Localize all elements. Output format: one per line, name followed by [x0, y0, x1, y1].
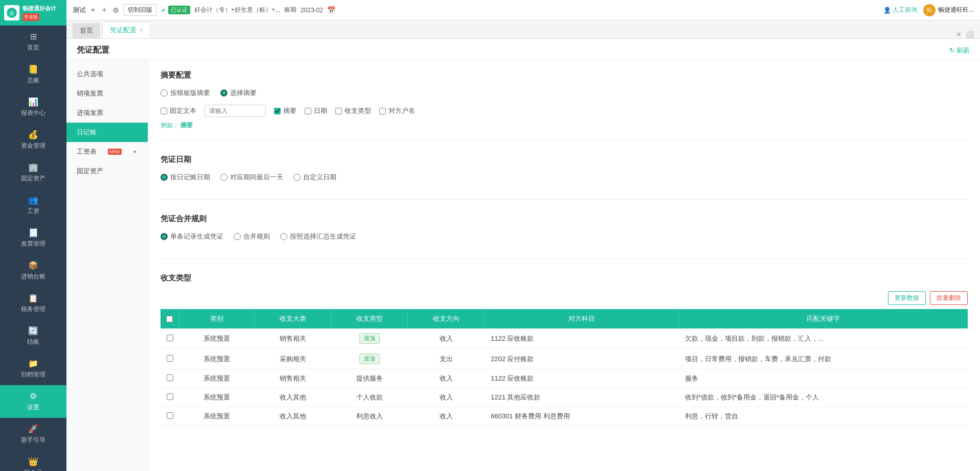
report-icon: 📊 — [28, 97, 38, 107]
example-text: 例如： 摘要 — [161, 121, 968, 130]
row-keywords: 收到*借款，收到*备用金，退回*备用金，个人 — [679, 388, 968, 407]
voucher-date-section: 凭证日期 按日记账日期 对应期间最后一天 自定义日期 — [161, 155, 968, 200]
ai-consult-link[interactable]: 👤 人工咨询 — [883, 6, 917, 14]
row-checkbox-3[interactable] — [167, 393, 173, 400]
th-direction: 收支方向 — [408, 309, 485, 328]
merge-rules-radio-group: 单条记录生成凭证 合并规则 按照选择汇总生成凭证 — [161, 232, 968, 241]
logo-text: 畅捷通好会计 专业版 — [22, 5, 56, 21]
window-close-icon[interactable]: ✕ — [956, 31, 962, 38]
sidebar-item-settings[interactable]: ⚙ 设置 — [0, 385, 66, 418]
summary-config-title: 摘要配置 — [161, 70, 968, 80]
income-expense-table: 类别 收支大类 收支类型 收支方向 对方科目 匹配关键字 系统预置 销售相关 — [161, 309, 968, 426]
row-checkbox-1[interactable] — [167, 355, 173, 362]
table-row: 系统预置 销售相关 提供服务 收入 1122 应收账款 服务 — [161, 369, 968, 388]
invoice-icon: 🧾 — [28, 228, 38, 238]
topbar-company-name: 测试 — [73, 6, 86, 15]
refresh-button[interactable]: ↻ 刷新 — [949, 46, 970, 55]
row-major: 收入其他 — [255, 388, 331, 407]
topbar-gear-icon[interactable]: ⚙ — [112, 6, 119, 14]
income-expense-section: 收支类型 更新数据 批量删除 类别 收支大类 — [161, 273, 968, 436]
checkbox-fixed-text[interactable]: 固定文本 — [161, 106, 196, 115]
th-account: 对方科目 — [485, 309, 679, 328]
left-nav-payroll[interactable]: 工资表 NEW ▼ — [66, 142, 148, 161]
sidebar-item-fund[interactable]: 💰 资金管理 — [0, 124, 66, 156]
calendar-icon[interactable]: 📅 — [327, 6, 335, 14]
sidebar-item-tax[interactable]: 📋 税务管理 — [0, 287, 66, 320]
row-category: 系统预置 — [179, 328, 255, 349]
row-checkbox-2[interactable] — [167, 374, 173, 381]
checkbox-summary[interactable]: 摘要 — [274, 106, 297, 115]
radio-select-summary[interactable]: 选择摘要 — [220, 88, 257, 98]
row-category: 系统预置 — [179, 388, 255, 407]
checkbox-counterparty[interactable]: 对方户名 — [379, 106, 415, 115]
merge-rules-section: 凭证合并规则 单条记录生成凭证 合并规则 按照选择汇总生成凭证 — [161, 214, 968, 259]
user-menu[interactable]: 旺 畅捷通旺旺... — [923, 4, 974, 16]
assets-icon: 🏢 — [28, 162, 38, 172]
table-row: 系统预置 销售相关 置顶 收入 1122 应收账款 欠款，现金，项目款，到款，报… — [161, 328, 968, 349]
ledger-icon: 📒 — [28, 64, 38, 74]
update-data-button[interactable]: 更新数据 — [888, 291, 926, 305]
row-keywords: 项目，日常费用，报销款，车费，承兑汇票，付款 — [679, 349, 968, 369]
table-action-row: 更新数据 批量删除 — [161, 291, 968, 305]
row-type: 置顶 — [331, 349, 408, 369]
radio-custom-date[interactable]: 自定义日期 — [293, 173, 336, 182]
row-account: 1122 应收账款 — [485, 328, 679, 349]
table-row: 系统预置 收入其他 个人收款 收入 1221 其他应收款 收到*借款，收到*备用… — [161, 388, 968, 407]
sidebar: 会 畅捷通好会计 专业版 ⊞ 首页 📒 总账 📊 报表中心 💰 资金管理 🏢 固… — [0, 0, 66, 471]
sidebar-item-report[interactable]: 📊 报表中心 — [0, 91, 66, 124]
sidebar-item-purchase[interactable]: 📦 进销台账 — [0, 254, 66, 287]
sidebar-item-member[interactable]: 👑 畅会员 — [0, 451, 66, 471]
topbar-right: 👤 人工咨询 旺 畅捷通旺旺... — [883, 4, 974, 16]
config-layout: 公共选项 销项发票 进项发票 日记账 工资表 NEW ▼ 固定资产 — [66, 60, 980, 471]
row-type: 利息收入 — [331, 407, 408, 426]
th-checkbox — [161, 309, 179, 328]
row-direction: 收入 — [408, 407, 485, 426]
sidebar-item-close[interactable]: 🔄 结账 — [0, 320, 66, 352]
radio-template-summary[interactable]: 按模板版摘要 — [161, 88, 210, 98]
sidebar-item-payroll[interactable]: 👥 工资 — [0, 189, 66, 222]
sidebar-item-archive[interactable]: 📁 归档管理 — [0, 352, 66, 385]
topbar-dropdown-icon[interactable]: ▼ — [90, 7, 96, 14]
left-nav-public[interactable]: 公共选项 — [66, 64, 148, 84]
radio-by-ledger-date[interactable]: 按日记账日期 — [161, 173, 210, 182]
row-major: 销售相关 — [255, 369, 331, 388]
row-major: 收入其他 — [255, 407, 331, 426]
row-major: 销售相关 — [255, 328, 331, 349]
left-nav-fixed-assets[interactable]: 固定资产 — [66, 161, 148, 181]
row-keywords: 利息，行转，货自 — [679, 407, 968, 426]
checkbox-payment-type[interactable]: 收支类型 — [335, 106, 371, 115]
tab-home[interactable]: 首页 — [73, 23, 100, 38]
select-all-checkbox[interactable] — [166, 316, 173, 322]
sidebar-item-home[interactable]: ⊞ 首页 — [0, 26, 66, 58]
tab-close-icon[interactable]: × — [140, 27, 143, 33]
th-major: 收支大类 — [255, 309, 331, 328]
fixed-text-input[interactable] — [204, 105, 266, 117]
left-nav-purchase-invoice[interactable]: 进项发票 — [66, 103, 148, 123]
switch-old-version-button[interactable]: 切到旧版 — [123, 4, 157, 16]
window-expand-icon[interactable]: ⬜ — [966, 31, 974, 38]
sidebar-item-invoice[interactable]: 🧾 发票管理 — [0, 222, 66, 254]
top-button[interactable]: 置顶 — [359, 333, 380, 344]
sidebar-item-ledger[interactable]: 📒 总账 — [0, 58, 66, 91]
software-tag: 好会计（专）+好生意（标）+... — [194, 6, 280, 14]
radio-summary-total[interactable]: 按照选择汇总生成凭证 — [280, 232, 356, 241]
logo-icon: 会 — [4, 5, 19, 20]
radio-period-last-day[interactable]: 对应期间最后一天 — [220, 173, 283, 182]
row-checkbox-4[interactable] — [167, 412, 173, 419]
sidebar-item-guide[interactable]: 🚀 新手引导 — [0, 418, 66, 451]
sidebar-item-assets[interactable]: 🏢 固定资产 — [0, 156, 66, 189]
row-direction: 收入 — [408, 369, 485, 388]
checkbox-date[interactable]: 日期 — [305, 106, 327, 115]
tab-voucher-config[interactable]: 凭证配置 × — [102, 22, 150, 38]
topbar-add-icon[interactable]: ＋ — [100, 5, 108, 15]
batch-delete-button[interactable]: 批量删除 — [930, 291, 968, 305]
chevron-down-icon: ▼ — [132, 149, 138, 155]
top-button[interactable]: 置顶 — [359, 354, 380, 364]
table-row: 系统预置 采购相关 置顶 支出 2202 应付账款 项目，日常费用，报销款，车费… — [161, 349, 968, 369]
row-checkbox-0[interactable] — [167, 335, 173, 341]
radio-merge-rule[interactable]: 合并规则 — [234, 232, 270, 241]
left-nav-daily-ledger[interactable]: 日记账 — [66, 123, 148, 142]
radio-single-record[interactable]: 单条记录生成凭证 — [161, 232, 223, 241]
left-nav-sales-invoice[interactable]: 销项发票 — [66, 84, 148, 103]
avatar: 旺 — [923, 4, 936, 16]
